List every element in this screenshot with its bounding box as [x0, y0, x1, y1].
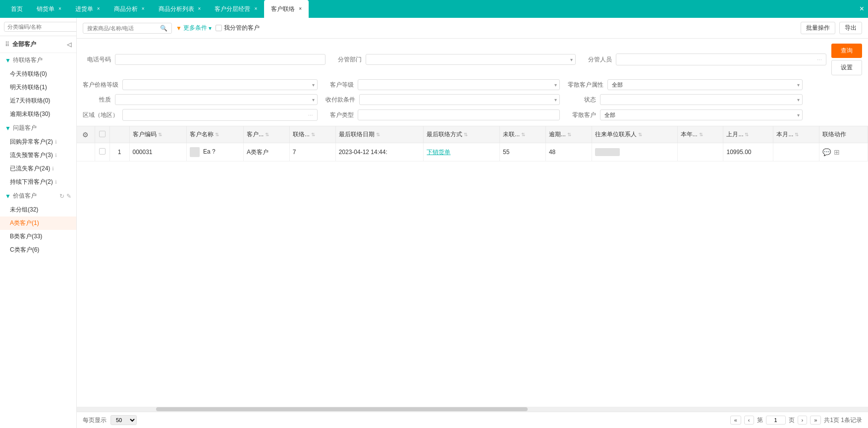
row-checkbox[interactable] — [99, 148, 106, 155]
next-page-button[interactable]: › — [798, 416, 808, 425]
batch-operation-button[interactable]: 批量操作 — [801, 22, 835, 34]
col-contact: 联络...⇅ — [289, 126, 335, 143]
repurchase-abnormal-label: 回购异常客户(2) — [10, 138, 53, 146]
status-cell: 状态 — [568, 94, 803, 105]
repurchase-abnormal[interactable]: 回购异常客户(2) ℹ — [0, 135, 76, 149]
close-sales-order[interactable]: × — [58, 0, 61, 18]
price-grade-select[interactable] — [122, 79, 318, 90]
nav-customer-contact[interactable]: 客户联络 × — [264, 0, 309, 18]
nav-home[interactable]: 首页 — [4, 0, 30, 18]
nav-purchase-order[interactable]: 进货单 × — [68, 0, 107, 18]
table-settings-icon[interactable]: ⚙ — [82, 131, 89, 139]
pagination: « ‹ 第 页 › » 共1页 1条记录 — [730, 416, 862, 425]
manager-dots-input[interactable]: ··· — [616, 54, 826, 65]
row-this-month — [773, 143, 819, 161]
class-c-customers[interactable]: C类客户(6) — [0, 243, 76, 257]
contact-sort-icon[interactable]: ⇅ — [311, 132, 315, 137]
sidebar-search-area: 🔍 — [0, 18, 76, 36]
nav-customer-segmentation[interactable]: 客户分层经营 × — [208, 0, 264, 18]
payment-select[interactable] — [359, 94, 560, 105]
class-a-customers[interactable]: A类客户(1) — [0, 216, 76, 230]
churn-warning[interactable]: 流失预警客户(3) ℹ — [0, 149, 76, 162]
select-all-checkbox[interactable] — [99, 131, 106, 137]
code-sort-icon[interactable]: ⇅ — [158, 132, 162, 137]
qr-code-icon[interactable]: ⊞ — [834, 148, 840, 156]
churned[interactable]: 已流失客户(24) ℹ — [0, 162, 76, 175]
manager-filter-cell: 分管人员 ··· — [584, 54, 826, 65]
unit-sort-icon[interactable]: ⇅ — [638, 132, 642, 137]
overdue-no-contact[interactable]: 逾期未联络(30) — [0, 107, 76, 121]
prev-page-button[interactable]: ‹ — [744, 416, 754, 425]
overdue-sort-icon[interactable]: ⇅ — [567, 132, 571, 137]
search-input[interactable] — [87, 25, 158, 31]
year-sort-icon[interactable]: ⇅ — [699, 132, 703, 137]
page-number-input[interactable] — [766, 416, 786, 425]
value-customers-header[interactable]: ▼ 价值客户 ↻ ✎ — [0, 189, 76, 203]
query-button[interactable]: 查询 — [831, 44, 862, 58]
col-action: 联络动作 — [819, 126, 868, 143]
continuous-decline[interactable]: 持续下滑客户(2) ℹ — [0, 175, 76, 189]
scrollbar-thumb[interactable] — [156, 407, 528, 411]
my-customer-filter[interactable]: 我分管的客户 — [216, 24, 260, 32]
status-label: 状态 — [568, 96, 600, 104]
close-customer-contact[interactable]: × — [299, 0, 302, 18]
edit-icon[interactable]: ✎ — [66, 193, 71, 200]
horizontal-scrollbar[interactable] — [77, 407, 868, 412]
week-pending[interactable]: 近7天待联络(0) — [0, 94, 76, 107]
region-dots-input[interactable]: ··· — [122, 109, 318, 121]
table-body: 1 000031 Ea ? A类客户 7 — [77, 143, 868, 161]
sidebar-collapse-icon[interactable]: ◁ — [67, 41, 71, 48]
last-contact-way-link[interactable]: 下销货单 — [427, 149, 450, 156]
export-button[interactable]: 导出 — [839, 22, 862, 34]
this-month-sort-icon[interactable]: ⇅ — [795, 132, 799, 137]
pending-contact-section[interactable]: ▼ 待联络客户 — [0, 53, 76, 67]
churned-info-icon: ℹ — [52, 166, 54, 171]
name-sort-icon[interactable]: ⇅ — [215, 132, 219, 137]
row-check-cell — [95, 143, 109, 161]
date-sort-icon[interactable]: ⇅ — [376, 132, 380, 137]
sidebar-search-input[interactable] — [4, 22, 77, 32]
search-icon[interactable]: 🔍 — [160, 25, 167, 32]
first-page-button[interactable]: « — [730, 416, 741, 425]
close-product-analysis[interactable]: × — [142, 0, 145, 18]
nature-select[interactable] — [115, 94, 318, 105]
refresh-icon[interactable]: ↻ — [59, 193, 64, 200]
per-page-select[interactable]: 50 100 200 — [110, 415, 137, 425]
last-page-button[interactable]: » — [810, 416, 821, 425]
scattered-customer-select[interactable]: 全部 — [600, 109, 803, 120]
no-contact-sort-icon[interactable]: ⇅ — [521, 132, 525, 137]
my-customer-checkbox[interactable] — [216, 25, 222, 31]
type-sort-icon[interactable]: ⇅ — [265, 132, 269, 137]
more-filter-button[interactable]: ▼ 更多条件 ▾ — [176, 24, 212, 32]
content-area: 🔍 ▼ 更多条件 ▾ 我分管的客户 批量操作 导出 电话号码 — [77, 18, 868, 428]
scattered-attr-select[interactable]: 全部 — [607, 79, 803, 90]
settings-button[interactable]: 设置 — [831, 60, 862, 75]
nav-product-analysis[interactable]: 商品分析 × — [107, 0, 152, 18]
dept-select[interactable] — [366, 54, 576, 65]
status-select[interactable] — [600, 94, 803, 105]
close-product-analysis-list[interactable]: × — [198, 0, 201, 18]
close-all-button[interactable]: × — [860, 4, 864, 13]
row-num: 1 — [109, 143, 129, 161]
way-sort-icon[interactable]: ⇅ — [464, 132, 468, 137]
class-b-customers[interactable]: B类客户(33) — [0, 230, 76, 243]
churn-warning-label: 流失预警客户(3) — [10, 151, 53, 160]
close-purchase-order[interactable]: × — [97, 0, 100, 18]
customer-grade-select[interactable] — [358, 79, 560, 90]
phone-input[interactable] — [115, 54, 326, 65]
tomorrow-pending[interactable]: 明天待联络(1) — [0, 81, 76, 94]
scattered-attr-label: 零散客户属性 — [568, 81, 607, 89]
problem-customers-section[interactable]: ▼ 问题客户 — [0, 121, 76, 135]
nav-sales-order[interactable]: 销货单 × — [30, 0, 68, 18]
col-gear: ⚙ — [77, 126, 95, 143]
row-type: A类客户 — [243, 143, 289, 161]
unclassified[interactable]: 未分组(32) — [0, 203, 76, 216]
scattered-attr-select-wrap: 全部 — [607, 79, 803, 90]
last-month-sort-icon[interactable]: ⇅ — [745, 132, 749, 137]
chat-icon[interactable]: 💬 — [822, 148, 831, 156]
nav-product-analysis-list[interactable]: 商品分析列表 × — [152, 0, 208, 18]
close-customer-segmentation[interactable]: × — [254, 0, 257, 18]
customer-type-input[interactable] — [358, 109, 560, 120]
today-pending[interactable]: 今天待联络(0) — [0, 67, 76, 81]
col-no-contact: 未联...⇅ — [500, 126, 546, 143]
